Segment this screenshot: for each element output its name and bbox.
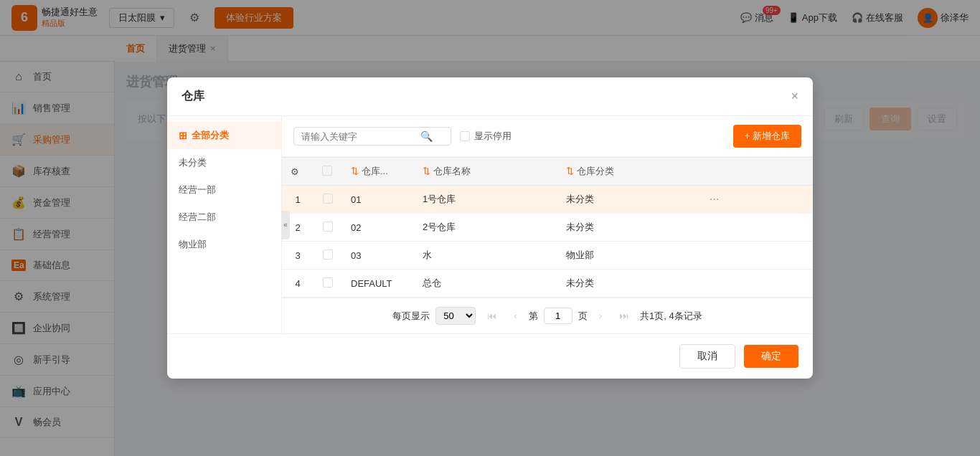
category-item-property[interactable]: 物业部 — [167, 231, 281, 258]
row-checkbox[interactable] — [323, 222, 333, 232]
row-name: 总仓 — [414, 270, 557, 298]
table-row: 3 03 水 物业部 — [282, 242, 813, 270]
modal-footer: 取消 确定 — [167, 333, 813, 379]
warehouse-table: ⚙ ⇅仓库... ⇅仓库名称 — [282, 157, 813, 298]
show-disabled-checkbox[interactable] — [460, 131, 470, 141]
modal-title: 仓库 — [182, 89, 204, 104]
search-icon: 🔍 — [420, 130, 433, 142]
category-item-ops2[interactable]: 经营二部 — [167, 204, 281, 231]
row-name: 1号仓库 — [414, 186, 557, 214]
table-row: 4 DEFAULT 总仓 未分类 — [282, 270, 813, 298]
page-prev-btn[interactable]: ‹ — [508, 308, 522, 324]
table-scroll: ⚙ ⇅仓库... ⇅仓库名称 — [282, 157, 813, 298]
confirm-btn[interactable]: 确定 — [744, 345, 798, 368]
row-code: DEFAULT — [342, 270, 414, 298]
row-checkbox-cell — [314, 186, 342, 214]
th-gear: ⚙ — [282, 158, 314, 186]
th-code: ⇅仓库... — [342, 158, 414, 186]
per-page-label: 每页显示 — [392, 310, 430, 323]
show-disabled-option: 显示停用 — [460, 130, 512, 143]
grid-icon: ⊞ — [179, 130, 187, 141]
row-code: 01 — [342, 186, 414, 214]
th-checkbox — [314, 158, 342, 186]
page-unit: 页 — [578, 310, 588, 323]
row-num: 1 — [282, 186, 314, 214]
table-row: 1 01 1号仓库 未分类 ··· — [282, 186, 813, 214]
row-name: 2号仓库 — [414, 214, 557, 242]
collapse-category-btn[interactable]: « — [281, 211, 290, 239]
modal-overlay: 仓库 × ⊞ 全部分类 未分类 经营一部 经营二部 — [0, 0, 980, 456]
category-all-label: 全部分类 — [192, 129, 229, 142]
total-info: 共1页, 4条记录 — [640, 310, 702, 323]
row-more: ··· — [701, 186, 813, 214]
page-next-btn[interactable]: › — [593, 308, 608, 324]
row-num: 3 — [282, 242, 314, 270]
search-input[interactable] — [301, 131, 416, 142]
row-code: 03 — [342, 242, 414, 270]
page-input[interactable] — [544, 308, 573, 324]
modal-close-btn[interactable]: × — [791, 89, 798, 104]
search-bar: 🔍 显示停用 + 新增仓库 — [282, 116, 813, 157]
category-all[interactable]: ⊞ 全部分类 — [167, 122, 281, 149]
row-name: 水 — [414, 242, 557, 270]
row-num: 4 — [282, 270, 314, 298]
category-item-ops1[interactable]: 经营一部 — [167, 176, 281, 204]
cancel-btn[interactable]: 取消 — [679, 344, 735, 369]
row-checkbox[interactable] — [323, 194, 333, 204]
row-category: 物业部 — [557, 242, 701, 270]
sort-icon-code: ⇅ — [351, 166, 359, 176]
show-disabled-label: 显示停用 — [474, 130, 512, 143]
category-item-ops2-label: 经营二部 — [179, 212, 216, 222]
category-item-unclassified[interactable]: 未分类 — [167, 149, 281, 176]
row-more — [701, 270, 813, 298]
new-warehouse-btn[interactable]: + 新增仓库 — [733, 125, 801, 148]
row-checkbox[interactable] — [323, 250, 333, 260]
table-header-row: ⚙ ⇅仓库... ⇅仓库名称 — [282, 158, 813, 186]
row-checkbox-cell — [314, 214, 342, 242]
category-item-unclassified-label: 未分类 — [179, 157, 207, 168]
row-category: 未分类 — [557, 214, 701, 242]
page-label: 第 — [529, 310, 538, 323]
row-category: 未分类 — [557, 186, 701, 214]
row-code: 02 — [342, 214, 414, 242]
table-row: 2 02 2号仓库 未分类 — [282, 214, 813, 242]
th-name: ⇅仓库名称 — [414, 158, 557, 186]
category-sidebar: ⊞ 全部分类 未分类 经营一部 经营二部 物业部 « — [167, 116, 282, 333]
modal-header: 仓库 × — [167, 77, 813, 116]
th-category: ⇅仓库分类 — [557, 158, 701, 186]
table-panel: 🔍 显示停用 + 新增仓库 ⚙ — [282, 116, 813, 333]
sort-icon-category: ⇅ — [566, 166, 574, 176]
search-input-wrap: 🔍 — [293, 127, 451, 146]
th-actions — [701, 158, 813, 186]
pagination: 每页显示 50 100 200 ⏮ ‹ 第 页 › ⏭ 共1页, 4条记录 — [282, 298, 813, 333]
modal-body: ⊞ 全部分类 未分类 经营一部 经营二部 物业部 « — [167, 116, 813, 333]
category-item-property-label: 物业部 — [179, 239, 207, 250]
sort-icon-name: ⇅ — [423, 166, 430, 176]
row-more — [701, 242, 813, 270]
page-first-btn[interactable]: ⏮ — [481, 308, 502, 324]
category-item-ops1-label: 经营一部 — [179, 184, 216, 195]
row-category: 未分类 — [557, 270, 701, 298]
warehouse-modal: 仓库 × ⊞ 全部分类 未分类 经营一部 经营二部 — [167, 77, 813, 379]
row-checkbox-cell — [314, 242, 342, 270]
row-checkbox[interactable] — [323, 277, 333, 288]
more-options-icon[interactable]: ··· — [710, 193, 719, 205]
select-all-checkbox[interactable] — [322, 166, 332, 176]
per-page-select[interactable]: 50 100 200 — [435, 307, 476, 325]
row-more — [701, 214, 813, 242]
row-checkbox-cell — [314, 270, 342, 298]
page-last-btn[interactable]: ⏭ — [613, 308, 634, 324]
